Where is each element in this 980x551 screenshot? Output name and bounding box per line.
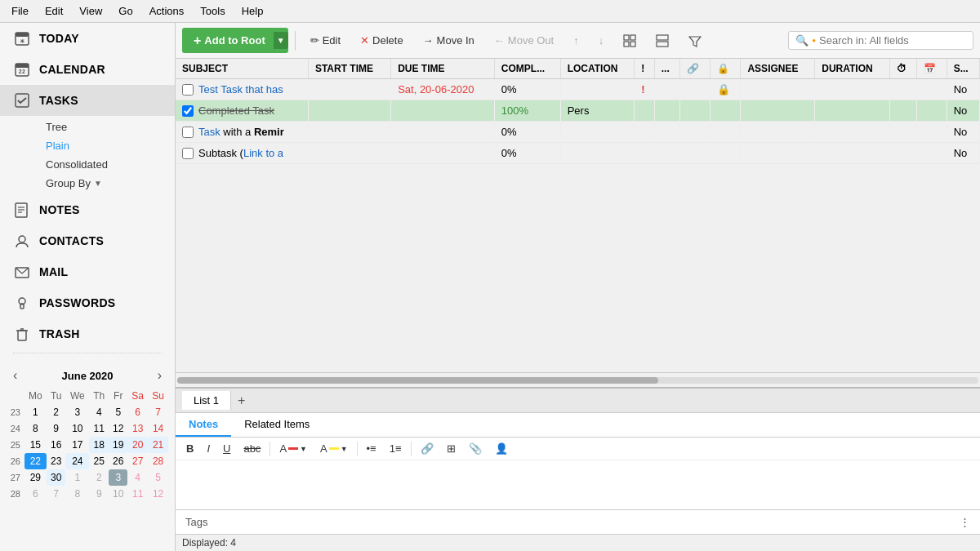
sidebar-item-today[interactable]: ☀ TODAY xyxy=(0,23,175,54)
task-checkbox[interactable] xyxy=(182,105,194,117)
cal-day[interactable]: 10 xyxy=(65,420,89,437)
menu-go[interactable]: Go xyxy=(110,2,140,20)
search-box[interactable]: 🔍 ● xyxy=(788,31,973,50)
cal-day[interactable]: 15 xyxy=(24,437,47,453)
format-highlight-color[interactable]: A ▼ xyxy=(316,441,352,456)
cal-day[interactable]: 2 xyxy=(47,404,65,420)
scroll-area[interactable] xyxy=(176,372,980,387)
task-name-link[interactable]: Link to a xyxy=(243,147,283,159)
cal-day[interactable]: 17 xyxy=(65,437,89,453)
tab-notes[interactable]: Notes xyxy=(176,413,231,437)
cal-day[interactable]: 12 xyxy=(148,486,168,502)
cal-day[interactable]: 11 xyxy=(127,486,148,502)
table-row[interactable]: Subtask (Link to a 0% xyxy=(176,143,980,164)
col-date[interactable]: 📅 xyxy=(916,59,947,79)
cal-day[interactable]: 7 xyxy=(47,486,65,502)
move-down-button[interactable]: ↓ xyxy=(590,30,612,51)
cal-day[interactable]: 3 xyxy=(65,404,89,420)
add-list-tab[interactable]: + xyxy=(231,390,252,411)
sidebar-item-passwords[interactable]: PASSWORDS xyxy=(0,287,175,318)
cal-day[interactable]: 9 xyxy=(47,420,65,437)
menu-help[interactable]: Help xyxy=(234,2,272,20)
search-input[interactable] xyxy=(819,34,966,47)
cal-day[interactable]: 1 xyxy=(24,404,47,420)
col-completion[interactable]: COMPL... xyxy=(494,59,560,79)
col-subject[interactable]: SUBJECT xyxy=(176,59,308,79)
col-start-time[interactable]: START TIME xyxy=(308,59,390,79)
move-up-button[interactable]: ↑ xyxy=(565,30,587,51)
format-table[interactable]: ⊞ xyxy=(443,441,460,456)
add-to-root-button[interactable]: + Add to Root ▼ xyxy=(182,28,288,53)
cal-day[interactable]: 21 xyxy=(148,437,168,453)
format-font-color[interactable]: A ▼ xyxy=(275,441,311,456)
cal-day[interactable]: 8 xyxy=(65,486,89,502)
cal-day[interactable]: 26 xyxy=(109,453,127,469)
dropdown-arrow-icon[interactable]: ▼ xyxy=(274,32,288,49)
col-priority[interactable]: ! xyxy=(635,59,655,79)
format-strikethrough[interactable]: abc xyxy=(239,441,265,456)
cal-day[interactable]: 16 xyxy=(47,437,65,453)
col-timer[interactable]: ⏱ xyxy=(889,59,916,79)
format-link[interactable]: 🔗 xyxy=(416,441,438,456)
cal-day[interactable]: 5 xyxy=(148,469,168,486)
col-status[interactable]: S... xyxy=(947,59,979,79)
cal-next[interactable]: › xyxy=(153,367,167,384)
cal-day[interactable]: 14 xyxy=(148,420,168,437)
format-numbered[interactable]: 1≡ xyxy=(385,441,406,456)
cal-day[interactable]: 11 xyxy=(89,420,109,437)
cal-day[interactable]: 29 xyxy=(24,469,47,486)
task-checkbox[interactable] xyxy=(182,148,194,159)
menu-file[interactable]: File xyxy=(3,2,37,20)
col-location[interactable]: LOCATION xyxy=(560,59,635,79)
cal-day[interactable]: 19 xyxy=(109,437,127,453)
list-tab-1[interactable]: List 1 xyxy=(182,391,231,410)
cal-day[interactable]: 30 xyxy=(47,469,65,486)
cal-day[interactable]: 3 xyxy=(109,469,127,486)
col-more[interactable]: ... xyxy=(654,59,679,79)
sub-item-consolidated[interactable]: Consolidated xyxy=(39,155,175,174)
cal-day[interactable]: 13 xyxy=(127,420,148,437)
cal-day[interactable]: 25 xyxy=(89,453,109,469)
col-duration[interactable]: DURATION xyxy=(815,59,889,79)
cal-day[interactable]: 4 xyxy=(89,404,109,420)
cal-day[interactable]: 23 xyxy=(47,453,65,469)
menu-actions[interactable]: Actions xyxy=(141,2,193,20)
cal-day[interactable]: 8 xyxy=(24,420,47,437)
move-in-button[interactable]: → Move In xyxy=(415,30,483,51)
move-out-button[interactable]: ← Move Out xyxy=(486,30,562,51)
cal-day[interactable]: 5 xyxy=(109,404,127,420)
format-bullet[interactable]: •≡ xyxy=(363,441,381,456)
format-italic[interactable]: I xyxy=(203,441,214,456)
sidebar-item-tasks[interactable]: TASKS xyxy=(0,85,175,116)
format-attach[interactable]: 📎 xyxy=(465,441,486,456)
sub-item-tree[interactable]: Tree xyxy=(39,118,175,136)
cal-day[interactable]: 10 xyxy=(109,486,127,502)
format-bold[interactable]: B xyxy=(182,441,198,456)
sidebar-item-mail[interactable]: MAIL xyxy=(0,256,175,287)
task-table-wrapper[interactable]: SUBJECT START TIME DUE TIME COMPL... LOC… xyxy=(176,59,980,372)
format-underline[interactable]: U xyxy=(219,441,234,456)
cal-day[interactable]: 1 xyxy=(65,469,89,486)
menu-tools[interactable]: Tools xyxy=(192,2,233,20)
col-lock[interactable]: 🔒 xyxy=(710,59,741,79)
cal-day[interactable]: 7 xyxy=(148,404,168,420)
task-checkbox[interactable] xyxy=(182,127,194,138)
table-row[interactable]: Test Task that has Sat, 20-06-2020 0% ! … xyxy=(176,79,980,100)
sidebar-item-trash[interactable]: TRASH xyxy=(0,318,175,349)
menu-edit[interactable]: Edit xyxy=(37,2,71,20)
col-due-time[interactable]: DUE TIME xyxy=(391,59,495,79)
sidebar-item-contacts[interactable]: CONTACTS xyxy=(0,225,175,256)
cal-day[interactable]: 6 xyxy=(24,486,47,502)
tags-menu-icon[interactable]: ⋮ xyxy=(960,516,970,528)
table-row[interactable]: Task with a Remir 0% xyxy=(176,122,980,143)
delete-button[interactable]: ✕ Delete xyxy=(352,30,412,51)
cal-prev[interactable]: ‹ xyxy=(8,367,22,384)
view-btn-2[interactable] xyxy=(648,30,677,51)
format-contact[interactable]: 👤 xyxy=(491,441,512,456)
cal-day[interactable]: 9 xyxy=(89,486,109,502)
cal-day[interactable]: 6 xyxy=(127,404,148,420)
cal-day[interactable]: 4 xyxy=(127,469,148,486)
edit-button[interactable]: ✏ Edit xyxy=(302,30,349,51)
cal-day-today[interactable]: 22 xyxy=(24,453,47,469)
sub-item-plain[interactable]: Plain xyxy=(39,136,175,155)
